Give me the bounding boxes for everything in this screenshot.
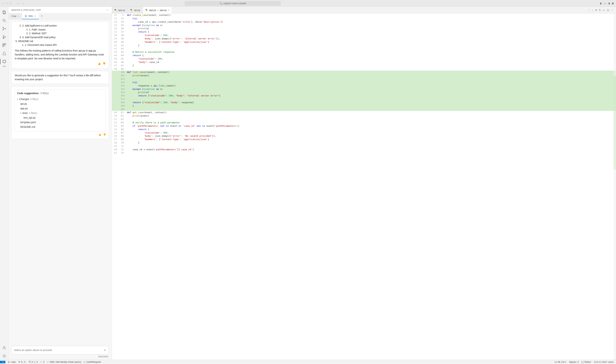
- explorer-icon[interactable]: [0, 9, 9, 16]
- prev-change-icon[interactable]: ↑: [589, 9, 590, 12]
- tab-chat[interactable]: Chat ×: [9, 13, 22, 19]
- code-line[interactable]: 59 }: [112, 104, 616, 108]
- panel-more-icon[interactable]: ⋯: [106, 8, 109, 12]
- amazon-q-icon[interactable]: [0, 58, 9, 65]
- close-icon[interactable]: ×: [34, 15, 36, 17]
- search-activity-icon[interactable]: [0, 17, 9, 24]
- code-content[interactable]: 'headers': {'Content-Type': 'application…: [126, 138, 616, 141]
- code-line[interactable]: 58 return {"statusCode": 200, "body": re…: [112, 101, 616, 104]
- code-line[interactable]: 56 return {"statusCode": 500, "body": "I…: [112, 94, 616, 98]
- nav-forward-icon[interactable]: →: [21, 2, 24, 5]
- python-version[interactable]: 3.12.2 ('.venv': venv): [594, 361, 614, 363]
- code-content[interactable]: return {: [126, 128, 616, 131]
- changes-node[interactable]: ▾ Changes 5 file(s): [17, 97, 103, 102]
- code-line[interactable]: 51: [112, 77, 616, 81]
- code-content[interactable]: def list_cases(event, context):: [126, 71, 616, 74]
- code-line[interactable]: 3939 'body': json.dumps({'error': 'Inter…: [112, 37, 616, 40]
- code-content[interactable]: [126, 144, 616, 148]
- code-content[interactable]: print(event): [126, 114, 616, 118]
- code-content[interactable]: 'statusCode': 400,: [126, 131, 616, 135]
- code-content[interactable]: # Return a successful response: [126, 51, 616, 54]
- code-line[interactable]: 6173: [112, 151, 616, 155]
- code-content[interactable]: print(e): [126, 27, 616, 30]
- code-line[interactable]: 5062 print(event): [112, 114, 616, 118]
- code-line[interactable]: 4444 return {: [112, 54, 616, 57]
- git-branch[interactable]: main: [8, 361, 16, 363]
- code-content[interactable]: 'body': json.dumps({'error': 'Internal s…: [126, 37, 616, 40]
- code-content[interactable]: return {: [126, 54, 616, 57]
- run-debug-icon[interactable]: [0, 33, 9, 41]
- code-line[interactable]: 5769 'headers': {'Content-Type': 'applic…: [112, 138, 616, 141]
- next-change-icon[interactable]: ↓: [592, 9, 593, 12]
- code-line[interactable]: 325def create_case(event, context):: [112, 13, 616, 17]
- accounts-icon[interactable]: [0, 344, 9, 351]
- whitespace-icon[interactable]: ¶: [599, 9, 601, 12]
- thumbs-down-icon[interactable]: 👎: [103, 62, 105, 66]
- tests-node[interactable]: ▾ tests 1 file(s): [17, 111, 103, 115]
- nav-back-icon[interactable]: ←: [17, 2, 20, 5]
- code-line[interactable]: 4747 }: [112, 64, 616, 67]
- editor-tab-api[interactable]: api.py: [128, 7, 143, 13]
- code-content[interactable]: def get_case(event, context):: [126, 111, 616, 114]
- code-line[interactable]: 4242: [112, 47, 616, 51]
- thumbs-up-icon[interactable]: 👍: [98, 133, 101, 136]
- code-content[interactable]: print(e): [126, 91, 616, 94]
- source-control-icon[interactable]: [0, 25, 9, 32]
- code-line[interactable]: 5163: [112, 118, 616, 121]
- tab-q-dev[interactable]: Q - Dev ×: [22, 13, 39, 19]
- code-content[interactable]: case_id = event['pathParameters']['case_…: [126, 148, 616, 151]
- code-line[interactable]: 4040 'headers': {'Content-Type': 'applic…: [112, 40, 616, 44]
- code-content[interactable]: }: [126, 141, 616, 144]
- code-line[interactable]: 4848: [112, 67, 616, 71]
- code-line[interactable]: 5668 'body': json.dumps({'error': 'No ca…: [112, 134, 616, 138]
- code-content[interactable]: def create_case(event, context):: [126, 13, 616, 17]
- file-item[interactable]: test_api.py: [17, 115, 103, 120]
- aws-status[interactable]: ✓ AWS: IAM Identity Center (amzn): [47, 361, 81, 363]
- code-content[interactable]: response = api.list_cases(): [126, 84, 616, 88]
- settings-gear-icon[interactable]: [0, 352, 9, 360]
- more-icon[interactable]: ⋯: [611, 9, 614, 12]
- code-content[interactable]: [126, 77, 616, 81]
- indentation[interactable]: Spaces: 4: [569, 361, 578, 363]
- close-icon[interactable]: ×: [168, 9, 169, 12]
- code-content[interactable]: return {"statusCode": 200, "body": respo…: [126, 101, 616, 104]
- minimize-window[interactable]: [6, 2, 8, 4]
- add-tab-button[interactable]: +: [39, 14, 45, 18]
- map-icon[interactable]: ▭: [603, 9, 605, 12]
- thumbs-up-icon[interactable]: 👍: [98, 62, 101, 66]
- editor-tab-diff[interactable]: app.py ↔ app.py ×: [143, 7, 172, 13]
- code-content[interactable]: "statusCode": 200,: [126, 57, 616, 61]
- code-line[interactable]: 53 response = api.list_cases(): [112, 84, 616, 88]
- chat-scroll[interactable]: 2. Add ApiEvent to ListFunction 1. Path:…: [9, 19, 112, 344]
- code-content[interactable]: 'body': json.dumps({'error': 'No caseId …: [126, 134, 616, 138]
- editor-tab-app[interactable]: app.py: [112, 7, 128, 13]
- code-content[interactable]: [126, 47, 616, 51]
- file-item[interactable]: api.py: [17, 102, 103, 106]
- code-content[interactable]: [126, 67, 616, 71]
- code-content[interactable]: return {"statusCode": 500, "body": "Inte…: [126, 94, 616, 98]
- code-content[interactable]: 'headers': {'Content-Type': 'application…: [126, 40, 616, 44]
- codewhisperer-status[interactable]: ▷ CodeWhisperer: [84, 361, 101, 363]
- send-icon[interactable]: ➤: [103, 348, 106, 352]
- code-line[interactable]: 3535 except Exception as e:: [112, 24, 616, 27]
- extensions-icon[interactable]: [0, 41, 9, 49]
- code-content[interactable]: [126, 118, 616, 121]
- code-content[interactable]: try:: [126, 81, 616, 84]
- language-mode[interactable]: { } Python: [581, 361, 591, 363]
- file-item[interactable]: template.yaml: [17, 120, 103, 125]
- code-line[interactable]: 54 except Exception as e:: [112, 88, 616, 91]
- panel-right-icon[interactable]: ◨: [608, 2, 610, 5]
- code-content[interactable]: [126, 108, 616, 111]
- code-content[interactable]: try:: [126, 17, 616, 20]
- code-line[interactable]: 4961def get_case(event, context):: [112, 111, 616, 114]
- swap-icon[interactable]: ⇄: [595, 9, 597, 12]
- panel-bottom-icon[interactable]: ▭: [604, 2, 606, 5]
- code-line[interactable]: 3737 return {: [112, 30, 616, 34]
- code-line[interactable]: 49def list_cases(event, context):: [112, 71, 616, 74]
- code-content[interactable]: if 'pathParameters' not in event or 'cas…: [126, 124, 616, 128]
- code-content[interactable]: }: [126, 44, 616, 47]
- minimap[interactable]: [614, 13, 616, 360]
- code-line[interactable]: 5567 'statusCode': 400,: [112, 131, 616, 135]
- chat-input[interactable]: ➤: [12, 346, 109, 354]
- code-line[interactable]: 3333 try:: [112, 17, 616, 20]
